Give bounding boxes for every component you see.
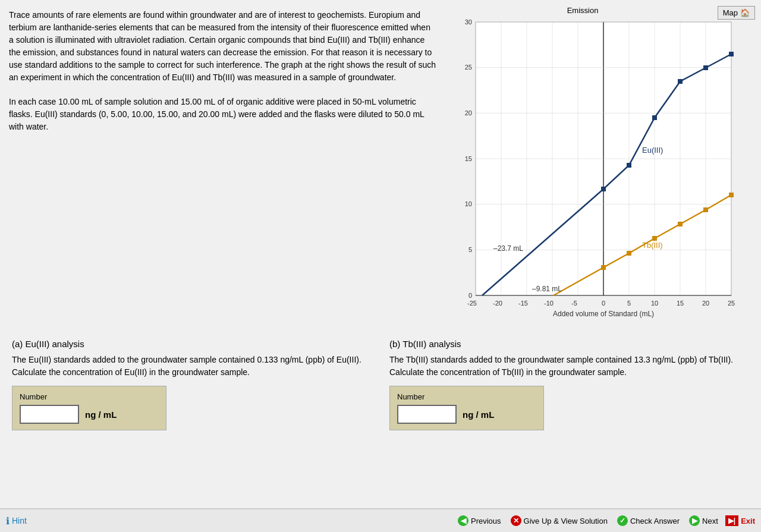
svg-rect-21 bbox=[652, 115, 657, 120]
svg-text:-5: -5 bbox=[571, 300, 577, 307]
answer-box-a: Number ng / mL bbox=[12, 386, 166, 430]
svg-rect-25 bbox=[601, 265, 606, 270]
svg-text:25: 25 bbox=[728, 300, 735, 307]
svg-text:30: 30 bbox=[465, 18, 472, 26]
hint-label[interactable]: Hint bbox=[12, 516, 27, 525]
svg-rect-20 bbox=[627, 163, 631, 168]
svg-text:-20: -20 bbox=[493, 300, 502, 307]
hint-section: ℹ Hint bbox=[6, 515, 27, 527]
svg-text:-10: -10 bbox=[544, 300, 554, 307]
answer-box-b: Number ng / mL bbox=[389, 386, 544, 430]
next-label: Next bbox=[702, 517, 718, 525]
answer-box-a-title: Number bbox=[20, 392, 159, 401]
svg-text:-15: -15 bbox=[518, 300, 528, 307]
left-text-panel: Trace amounts of rare elements are found… bbox=[6, 6, 440, 333]
map-button[interactable]: Map 🏠 bbox=[718, 6, 755, 20]
svg-text:5: 5 bbox=[627, 300, 631, 307]
check-icon: ✓ bbox=[617, 515, 628, 526]
question-b-col: (b) Tb(III) analysis The Tb(III) standar… bbox=[389, 339, 749, 430]
svg-text:15: 15 bbox=[677, 300, 684, 307]
intro-paragraph-1: Trace amounts of rare elements are found… bbox=[9, 9, 437, 84]
svg-rect-29 bbox=[703, 207, 708, 212]
previous-icon: ◀ bbox=[458, 515, 468, 526]
unit-label-a: ng / mL bbox=[85, 410, 117, 420]
svg-text:Eu(III): Eu(III) bbox=[642, 146, 663, 155]
questions-section: (a) Eu(III) analysis The Eu(III) standar… bbox=[0, 339, 761, 430]
give-up-icon: ✕ bbox=[511, 515, 521, 526]
give-up-button[interactable]: ✕ Give Up & View Solution bbox=[508, 514, 610, 527]
check-label: Check Answer bbox=[630, 517, 680, 525]
intro-paragraph-2: In each case 10.00 mL of sample solution… bbox=[9, 96, 437, 133]
emission-chart: Eu(III) Tb(III) –23.7 mL –9.81 mL -25 -2… bbox=[446, 16, 743, 319]
svg-rect-22 bbox=[678, 79, 683, 84]
next-button[interactable]: ▶ Next bbox=[687, 514, 721, 527]
svg-rect-28 bbox=[678, 222, 683, 226]
toolbar-buttons: ◀ Previous ✕ Give Up & View Solution ✓ C… bbox=[455, 514, 755, 527]
svg-text:–23.7 mL: –23.7 mL bbox=[493, 244, 523, 253]
svg-rect-23 bbox=[703, 65, 708, 70]
svg-text:20: 20 bbox=[465, 109, 472, 117]
svg-text:–9.81 mL: –9.81 mL bbox=[532, 285, 562, 293]
svg-text:20: 20 bbox=[702, 300, 709, 307]
question-a-col: (a) Eu(III) analysis The Eu(III) standar… bbox=[12, 339, 372, 430]
svg-text:0: 0 bbox=[468, 292, 472, 299]
previous-label: Previous bbox=[471, 517, 501, 525]
next-icon: ▶ bbox=[689, 515, 700, 526]
question-b-title: (b) Tb(III) analysis bbox=[389, 339, 749, 349]
answer-input-b[interactable] bbox=[397, 405, 457, 424]
svg-rect-30 bbox=[729, 193, 734, 197]
svg-rect-24 bbox=[729, 52, 734, 56]
exit-label: Exit bbox=[741, 517, 755, 525]
svg-text:5: 5 bbox=[468, 246, 472, 253]
map-icon: 🏠 bbox=[740, 8, 750, 17]
question-b-text: The Tb(III) standards added to the groun… bbox=[389, 354, 749, 379]
chart-title: Emission bbox=[446, 6, 719, 15]
svg-text:10: 10 bbox=[465, 200, 472, 207]
map-button-label: Map bbox=[723, 8, 738, 17]
bottom-toolbar: ℹ Hint ◀ Previous ✕ Give Up & View Solut… bbox=[0, 508, 761, 532]
question-a-title: (a) Eu(III) analysis bbox=[12, 339, 372, 349]
svg-text:25: 25 bbox=[465, 64, 472, 71]
previous-button[interactable]: ◀ Previous bbox=[455, 514, 504, 527]
check-answer-button[interactable]: ✓ Check Answer bbox=[615, 514, 682, 527]
svg-text:0: 0 bbox=[602, 300, 605, 307]
svg-text:Added volume of Standard (mL): Added volume of Standard (mL) bbox=[553, 310, 654, 318]
question-a-text: The Eu(III) standards added to the groun… bbox=[12, 354, 372, 379]
answer-input-a[interactable] bbox=[20, 405, 79, 424]
svg-rect-26 bbox=[627, 251, 631, 256]
exit-button[interactable]: ▶| Exit bbox=[725, 515, 755, 526]
chart-panel: Map 🏠 Emission bbox=[446, 6, 755, 333]
give-up-label: Give Up & View Solution bbox=[524, 517, 608, 525]
unit-label-b: ng / mL bbox=[463, 410, 494, 420]
svg-text:-25: -25 bbox=[467, 300, 477, 307]
hint-icon: ℹ bbox=[6, 515, 10, 527]
svg-text:Tb(III): Tb(III) bbox=[642, 241, 663, 250]
svg-rect-19 bbox=[601, 187, 606, 191]
answer-box-b-title: Number bbox=[397, 392, 536, 401]
exit-icon: ▶| bbox=[725, 515, 738, 526]
svg-rect-27 bbox=[652, 236, 657, 241]
svg-text:10: 10 bbox=[651, 300, 658, 307]
svg-text:15: 15 bbox=[465, 155, 472, 162]
